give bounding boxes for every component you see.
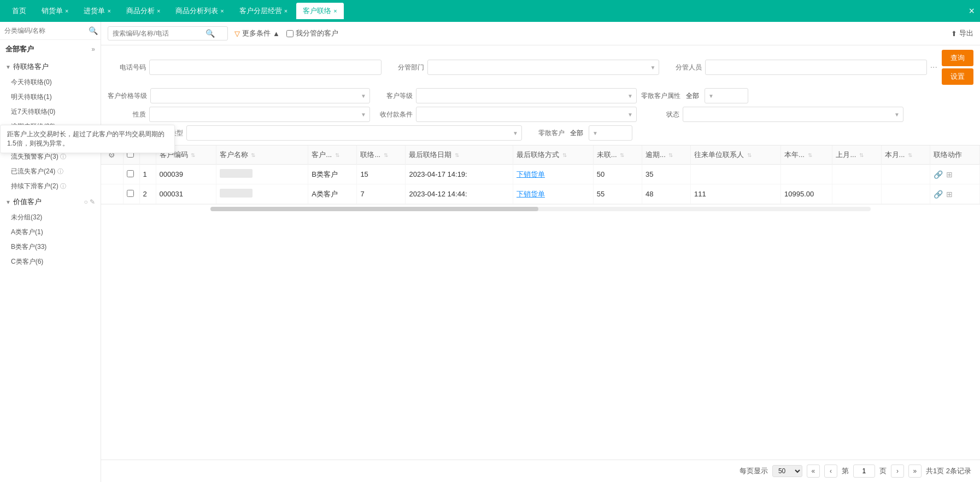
sidebar-search-icon[interactable]: 🔍 <box>89 26 98 35</box>
th-contact: 联络... ⇅ <box>357 146 406 165</box>
scatter-customer-inline: 全部 <box>570 129 583 138</box>
sort-code-icon[interactable]: ⇅ <box>191 152 195 158</box>
sort-this-month-icon[interactable]: ⇅ <box>908 152 912 158</box>
filter-cell-scatter-customer: 零散客户 全部 ▼ <box>526 125 903 141</box>
page-input[interactable] <box>853 464 875 478</box>
nav-close-product-list[interactable]: × <box>220 8 224 14</box>
scatter-customer-label: 零散客户 <box>526 129 565 138</box>
scatter-attr-label: 零散客户属性 <box>641 91 680 101</box>
person-dots[interactable]: ··· <box>930 62 937 72</box>
extended-filter: 电话号码 分管部门 ▼ 分管人员 ··· <box>101 45 980 146</box>
action-grid-icon-2[interactable]: ⊞ <box>946 190 953 199</box>
customer-grade-select[interactable]: ▼ <box>416 88 637 103</box>
nav-close-product-analysis[interactable]: × <box>157 8 160 14</box>
sort-last-date-icon[interactable]: ⇅ <box>455 152 459 158</box>
sort-uncontacted-icon[interactable]: ⇅ <box>620 152 624 158</box>
tooltip-box: 距客户上次交易时长，超过了此客户的平均交易周期的1.5倍，则视为异常。 <box>0 125 175 153</box>
sort-contact-icon[interactable]: ⇅ <box>384 152 388 158</box>
filter-cell-customer-type: 客户类型 ▼ <box>145 125 522 141</box>
last-page-btn[interactable]: » <box>908 464 922 478</box>
sort-unit-contact-icon[interactable]: ⇅ <box>747 152 752 158</box>
sidebar-item-declining[interactable]: 持续下滑客户(2) ⓘ <box>0 179 101 194</box>
th-uncontacted: 未联... ⇅ <box>593 146 642 165</box>
sidebar-item-a-class[interactable]: A类客户(1) <box>0 225 101 240</box>
nav-item-customer-tier[interactable]: 客户分层经营 × <box>233 3 294 19</box>
th-name: 客户名称 ⇅ <box>216 146 308 165</box>
sidebar-item-c-class[interactable]: C类客户(6) <box>0 254 101 269</box>
sort-name-icon[interactable]: ⇅ <box>251 152 255 158</box>
sort-last-month-icon[interactable]: ⇅ <box>859 152 864 158</box>
settings-button[interactable]: 设置 <box>942 68 973 85</box>
td-last-month-2 <box>832 184 881 204</box>
nav-item-home[interactable]: 首页 <box>5 3 33 19</box>
nav-item-product-analysis[interactable]: 商品分析 × <box>120 3 167 19</box>
sort-this-year-icon[interactable]: ⇅ <box>808 152 812 158</box>
sidebar-group-value[interactable]: ▼ 价值客户 ○ ✎ <box>0 194 101 210</box>
nav-close-sales[interactable]: × <box>65 8 68 14</box>
sort-grade-icon[interactable]: ⇅ <box>335 152 339 158</box>
query-button[interactable]: 查询 <box>942 50 973 66</box>
nav-item-purchase[interactable]: 进货单 × <box>77 3 117 19</box>
action-grid-icon-1[interactable]: ⊞ <box>946 170 953 179</box>
status-select[interactable]: ▼ <box>683 107 903 122</box>
row1-checkbox[interactable] <box>127 170 134 177</box>
last-method-link-2[interactable]: 下销货单 <box>517 190 545 198</box>
edit-value-icon[interactable]: ○ ✎ <box>84 198 95 206</box>
export-btn[interactable]: ⬆ 导出 <box>951 28 973 38</box>
person-select[interactable] <box>705 60 926 75</box>
nav-item-product-list[interactable]: 商品分析列表 × <box>169 3 230 19</box>
sort-overdue-icon[interactable]: ⇅ <box>668 152 673 158</box>
dept-select[interactable]: ▼ <box>427 60 660 75</box>
sidebar-item-today[interactable]: 今天待联络(0) <box>0 75 101 90</box>
first-page-btn[interactable]: « <box>807 464 820 478</box>
td-action-2: 🔗 ⊞ <box>930 184 979 204</box>
row2-checkbox[interactable] <box>127 190 134 197</box>
phone-input[interactable] <box>149 60 382 75</box>
per-page-select[interactable]: 50 100 200 <box>772 465 802 477</box>
search-box-icon[interactable]: 🔍 <box>206 29 215 38</box>
nav-item-sales[interactable]: 销货单 × <box>35 3 75 19</box>
th-last-method: 最后联络方式 ⇅ <box>513 146 593 165</box>
sidebar-item-7days[interactable]: 近7天待联络(0) <box>0 104 101 119</box>
th-this-month: 本月... ⇅ <box>881 146 930 165</box>
scatter-customer-select[interactable]: ▼ <box>589 125 632 141</box>
total-label: 共1页 2条记录 <box>926 466 971 476</box>
next-page-btn[interactable]: › <box>891 464 904 478</box>
last-method-link-1[interactable]: 下销货单 <box>517 170 545 178</box>
window-close-icon[interactable]: × <box>969 5 975 17</box>
sidebar-item-lost[interactable]: 已流失客户(24) ⓘ <box>0 164 101 179</box>
my-customers-checkbox[interactable] <box>286 30 294 37</box>
more-conditions-btn[interactable]: ▽ 更多条件 ▲ <box>234 28 280 38</box>
scrollbar-thumb[interactable] <box>210 207 538 211</box>
search-input[interactable] <box>113 30 206 37</box>
nav-close-customer-tier[interactable]: × <box>284 8 287 14</box>
sidebar-search-input[interactable] <box>4 27 86 34</box>
td-uncontacted-1: 50 <box>593 165 642 184</box>
nav-item-customer-contact[interactable]: 客户联络 × <box>296 3 343 19</box>
export-icon: ⬆ <box>951 30 957 38</box>
nav-close-purchase[interactable]: × <box>107 8 110 14</box>
th-this-year: 本年... ⇅ <box>781 146 832 165</box>
th-name-label: 客户名称 <box>220 150 248 159</box>
sidebar-item-b-class[interactable]: B类客户(33) <box>0 240 101 254</box>
action-link-icon-2[interactable]: 🔗 <box>934 190 943 199</box>
scatter-attr-select[interactable]: ▼ <box>705 88 748 103</box>
action-link-icon-1[interactable]: 🔗 <box>934 170 943 179</box>
collapse-icon[interactable]: » <box>91 45 95 53</box>
nature-select[interactable]: ▼ <box>149 107 370 122</box>
sort-last-method-icon[interactable]: ⇅ <box>562 152 567 158</box>
sidebar-item-unclassified[interactable]: 未分组(32) <box>0 210 101 225</box>
price-grade-select[interactable]: ▼ <box>150 88 370 103</box>
customer-type-select[interactable]: ▼ <box>186 125 522 141</box>
prev-page-btn[interactable]: ‹ <box>824 464 837 478</box>
top-navigation: 首页 销货单 × 进货单 × 商品分析 × 商品分析列表 × 客户分层经营 × … <box>0 0 980 22</box>
th-uncontacted-label: 未联... <box>597 150 617 159</box>
sidebar-group-pending[interactable]: ▼ 待联络客户 <box>0 59 101 75</box>
nav-close-customer-contact[interactable]: × <box>333 8 337 14</box>
payment-select[interactable]: ▼ <box>416 107 637 122</box>
horizontal-scrollbar[interactable] <box>101 204 980 213</box>
th-overdue-label: 逾期... <box>645 150 666 159</box>
filter-cell-customer-grade: 客户等级 ▼ <box>374 88 637 103</box>
sidebar-item-tomorrow[interactable]: 明天待联络(1) <box>0 90 101 104</box>
action-buttons: 查询 设置 <box>942 50 973 85</box>
